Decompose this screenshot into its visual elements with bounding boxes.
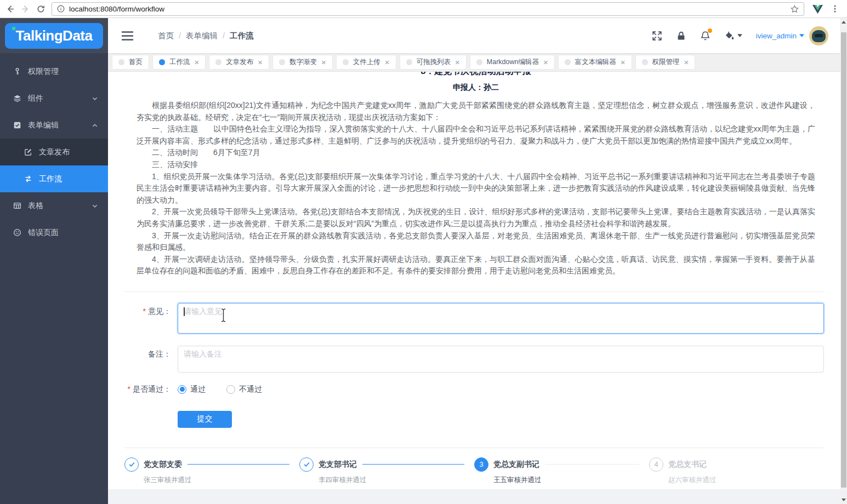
text-caret: [184, 307, 185, 316]
close-icon[interactable]: ×: [455, 58, 460, 66]
scroll-up-icon[interactable]: [840, 18, 847, 26]
sidebar-item-label: 工作流: [39, 174, 98, 184]
sidebar-item-form-edit[interactable]: 表单编辑: [0, 112, 108, 139]
step-title: 党总支副书记: [493, 460, 545, 469]
pass-label: 是否通过：: [124, 385, 178, 394]
notification-badge: [708, 28, 712, 33]
radio-pass[interactable]: 通过: [178, 385, 206, 394]
breadcrumb-item[interactable]: 表单编辑: [186, 31, 218, 41]
tab-status-dot: [565, 59, 571, 65]
remark-row: 备注：: [124, 346, 824, 373]
close-icon[interactable]: ×: [385, 58, 390, 66]
browser-back-icon[interactable]: [5, 4, 15, 14]
url-bar[interactable]: localhost:8080/form/workflow: [52, 2, 804, 16]
lock-icon[interactable]: [676, 31, 686, 41]
pass-row: 是否通过： 通过不通过: [124, 385, 824, 394]
scrollbar-thumb[interactable]: [841, 32, 846, 488]
opinion-row: 意见：: [124, 303, 824, 334]
table-icon: [13, 202, 21, 210]
step-circle: [124, 457, 139, 472]
step-title: 党支部支委: [144, 460, 187, 469]
tab-status-dot: [642, 59, 648, 65]
remark-textarea[interactable]: [178, 346, 824, 373]
step-number: 4: [654, 460, 658, 468]
workflow-card: 8：建党节庆祝活动启动申报 申报人：孙二 根据县委组织部(组织[20xx]21)…: [108, 72, 840, 489]
submit-button[interactable]: 提交: [178, 411, 232, 428]
step-connector: [362, 464, 464, 465]
sidebar-item-workflow[interactable]: 工作流: [0, 165, 108, 192]
scroll-down-icon[interactable]: [840, 496, 847, 504]
fullscreen-icon[interactable]: [652, 31, 662, 41]
step-3: 3党总支副书记王五审核并通过: [474, 457, 649, 485]
close-icon[interactable]: ×: [258, 58, 263, 66]
divider: [124, 291, 824, 292]
sidebar-item-components[interactable]: 组件: [0, 85, 108, 112]
tab-count-to[interactable]: 数字渐变×: [272, 55, 333, 70]
opinion-textarea[interactable]: [178, 303, 824, 334]
radio-fail[interactable]: 不通过: [226, 385, 262, 394]
page-info-icon[interactable]: [57, 5, 65, 13]
tab-markdown-editor[interactable]: Markdown编辑器×: [470, 55, 555, 70]
document-paragraph: 三、活动安排: [137, 159, 815, 171]
browser-forward-icon[interactable]: [21, 4, 30, 14]
radio-circle[interactable]: [178, 385, 186, 394]
main-area: 首页/表单编辑/工作流: [108, 18, 840, 504]
browser-bar: localhost:8080/form/workflow: [0, 0, 847, 18]
logo-area: TalkingData: [0, 18, 108, 53]
remark-label: 备注：: [124, 346, 178, 373]
hamburger-menu-icon[interactable]: [121, 31, 134, 41]
close-icon[interactable]: ×: [543, 58, 548, 66]
avatar[interactable]: [809, 26, 828, 45]
tab-status-dot: [343, 59, 349, 65]
caret-down-icon: [737, 34, 742, 37]
chevron-down-icon: [92, 95, 98, 102]
sidebar-item-tables[interactable]: 表格: [0, 192, 108, 219]
talkingdata-logo[interactable]: TalkingData: [5, 23, 103, 49]
tab-file-upload[interactable]: 文件上传×: [336, 55, 396, 70]
sidebar-item-error-pages[interactable]: 错误页面: [0, 219, 108, 246]
caret-down-icon: [799, 34, 804, 37]
user-menu[interactable]: iview_admin: [756, 26, 828, 45]
layers-icon: [13, 94, 21, 102]
error-icon: [13, 228, 21, 237]
tab-label: 文章发布: [226, 58, 253, 67]
breadcrumb-item[interactable]: 首页: [158, 31, 174, 41]
tab-status-dot: [215, 59, 221, 65]
step-number: 3: [479, 460, 483, 468]
url-text: localhost:8080/form/workflow: [69, 5, 164, 13]
vue-devtools-icon[interactable]: [812, 4, 823, 14]
step-1: 党支部支委张三审核并通过: [124, 457, 299, 485]
sidebar-item-article-publish[interactable]: 文章发布: [0, 139, 108, 165]
close-icon[interactable]: ×: [621, 58, 626, 66]
browser-right: [810, 4, 842, 14]
bookmark-star-icon[interactable]: [791, 5, 799, 13]
radio-circle[interactable]: [226, 385, 235, 394]
approval-form: 意见： 备注： 是: [124, 303, 824, 428]
document-paragraph: 4、开展一次调研走访活动。坚持领导带头、分级负责，扎实开展好调研走访活动。要真正…: [137, 254, 815, 277]
step-title: 党总支书记: [668, 460, 712, 469]
tab-rich-text-editor[interactable]: 富文本编辑器×: [558, 55, 632, 70]
tab-workflow[interactable]: 工作流×: [152, 55, 206, 70]
tab-drag-list[interactable]: 可拖拽列表×: [400, 55, 467, 70]
tab-label: 首页: [129, 58, 143, 67]
tab-label: Markdown编辑器: [487, 58, 539, 67]
step-content: 李四审核并通过: [319, 476, 474, 485]
browser-reload-icon[interactable]: [36, 4, 46, 14]
sidebar-item-label: 文章发布: [39, 147, 98, 157]
close-icon[interactable]: ×: [195, 58, 200, 66]
close-icon[interactable]: ×: [321, 58, 326, 66]
close-icon[interactable]: ×: [684, 58, 689, 66]
opinion-label: 意见：: [124, 303, 178, 334]
tab-permissions[interactable]: 权限管理×: [635, 55, 696, 70]
theme-switcher[interactable]: [724, 31, 742, 41]
notification-bell-icon[interactable]: [700, 31, 710, 41]
sidebar-item-permissions[interactable]: 权限管理: [0, 58, 108, 85]
tab-article-publish[interactable]: 文章发布×: [209, 55, 269, 70]
check-icon: [128, 461, 135, 468]
step-circle: 4: [649, 457, 663, 472]
document-applicant: 申报人：孙二: [137, 83, 815, 93]
sidebar-item-label: 表格: [28, 201, 85, 211]
tab-home[interactable]: 首页: [112, 55, 149, 70]
tab-status-dot: [159, 59, 165, 65]
browser-menu-icon[interactable]: [831, 4, 839, 13]
